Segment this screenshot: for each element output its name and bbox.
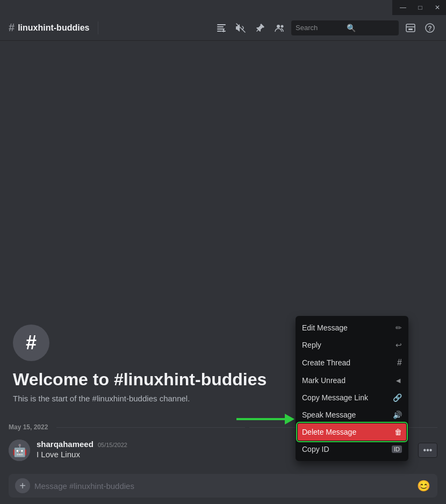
context-menu-copy-link[interactable]: Copy Message Link 🔗	[296, 389, 408, 406]
avatar: 🤖	[9, 440, 30, 461]
context-menu-mark-unread[interactable]: Mark Unread ◄	[296, 372, 408, 389]
svg-point-7	[277, 25, 280, 28]
message-input-placeholder: Message #linuxhint-buddies	[34, 481, 412, 491]
message-username: sharqahameed	[37, 440, 93, 449]
input-bar: + Message #linuxhint-buddies 😊	[0, 467, 446, 504]
context-menu-speak[interactable]: Speak Message 🔊	[296, 406, 408, 423]
header-icons: Search 🔍 ?	[214, 20, 437, 35]
svg-rect-3	[217, 31, 221, 32]
svg-text:🤖: 🤖	[12, 443, 27, 458]
svg-rect-1	[217, 26, 224, 27]
search-placeholder: Search	[296, 24, 343, 32]
search-icon: 🔍	[347, 24, 394, 32]
threads-icon[interactable]	[214, 20, 229, 35]
message-timestamp: 05/15/2022	[98, 442, 127, 448]
edit-icon: ✏	[395, 323, 402, 332]
svg-point-8	[281, 25, 284, 27]
svg-text:?: ?	[428, 25, 431, 32]
delete-icon: 🗑	[394, 428, 402, 436]
speak-icon: 🔊	[393, 411, 402, 419]
context-menu-delete[interactable]: Delete Message 🗑	[298, 423, 406, 441]
reply-icon: ↩	[395, 341, 402, 349]
welcome-hash-circle: #	[13, 325, 49, 361]
mute-icon[interactable]	[233, 20, 248, 35]
maximize-button[interactable]: □	[412, 0, 429, 15]
add-attachment-button[interactable]: +	[15, 478, 30, 493]
mark-unread-icon: ◄	[394, 376, 402, 385]
arrow-head	[285, 414, 294, 424]
titlebar: — □ ✕	[392, 0, 446, 15]
message-input-box[interactable]: + Message #linuxhint-buddies 😊	[9, 474, 437, 498]
context-menu-copy-id[interactable]: Copy ID ID	[296, 441, 408, 458]
pin-icon[interactable]	[253, 20, 268, 35]
arrow-line	[236, 418, 285, 420]
inbox-icon[interactable]	[403, 20, 418, 35]
search-bar[interactable]: Search 🔍	[291, 20, 399, 35]
id-icon: ID	[392, 445, 402, 453]
green-arrow-annotation	[236, 414, 294, 424]
svg-rect-0	[217, 24, 226, 25]
close-button[interactable]: ✕	[429, 0, 446, 15]
channel-name-display: # linuxhint-buddies	[9, 21, 89, 34]
emoji-picker-button[interactable]: 😊	[416, 478, 431, 493]
channel-name-label: linuxhint-buddies	[18, 23, 89, 33]
svg-rect-10	[408, 28, 413, 30]
svg-rect-9	[406, 24, 415, 32]
message-more-button[interactable]: •••	[418, 443, 437, 458]
minimize-button[interactable]: —	[394, 0, 412, 15]
thread-icon: #	[397, 358, 402, 368]
members-icon[interactable]	[272, 20, 287, 35]
header-divider	[98, 21, 98, 34]
channel-hash-icon: #	[9, 21, 15, 34]
link-icon: 🔗	[393, 393, 402, 402]
svg-rect-5	[221, 31, 226, 32]
context-menu-edit[interactable]: Edit Message ✏	[296, 319, 408, 336]
context-menu: Edit Message ✏ Reply ↩ Create Thread # M…	[296, 316, 408, 461]
channel-header: # linuxhint-buddies	[0, 15, 446, 41]
welcome-hash-symbol: #	[26, 332, 37, 354]
context-menu-reply[interactable]: Reply ↩	[296, 336, 408, 354]
help-icon[interactable]: ?	[422, 20, 437, 35]
context-menu-thread[interactable]: Create Thread #	[296, 354, 408, 372]
